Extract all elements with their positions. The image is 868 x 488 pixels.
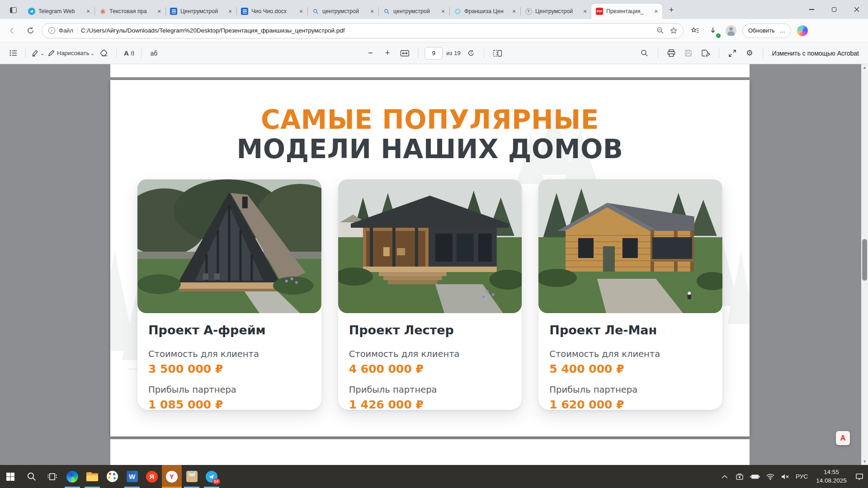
tab-close-icon[interactable]: ✕ — [652, 8, 660, 15]
print-button[interactable] — [665, 47, 678, 60]
settings-button[interactable]: ⚙ — [743, 47, 756, 60]
taskbar-edge[interactable] — [62, 465, 82, 488]
refresh-button[interactable] — [24, 24, 37, 38]
scrollbar-thumb[interactable] — [862, 239, 867, 281]
add-text-button[interactable]: аб — [147, 47, 160, 60]
scroll-up-arrow[interactable]: ▲ — [861, 64, 868, 71]
erase-button[interactable] — [97, 47, 111, 60]
fit-width-icon — [400, 50, 409, 57]
taskbar-telegram[interactable]: 64 — [202, 465, 222, 488]
read-aloud-button[interactable]: A — [122, 47, 136, 60]
language-indicator[interactable]: РУС — [794, 465, 809, 488]
tray-wifi-button[interactable] — [764, 465, 776, 488]
profile-button[interactable] — [724, 24, 738, 38]
tab-close-icon[interactable]: ✕ — [439, 8, 447, 15]
zoom-in-button[interactable]: + — [381, 47, 394, 60]
star-icon — [670, 27, 678, 35]
scroll-down-arrow[interactable]: ▼ — [861, 458, 868, 465]
tab-close-icon[interactable]: ✕ — [85, 8, 92, 15]
save-as-button[interactable] — [699, 47, 712, 60]
tab-close-icon[interactable]: ✕ — [581, 8, 589, 15]
back-button[interactable] — [5, 24, 19, 38]
tab-actions-button[interactable] — [6, 3, 20, 17]
tab-search-2[interactable]: центрумстрой ✕ — [378, 4, 449, 19]
table-of-contents-button[interactable] — [6, 47, 20, 60]
profit-value: 1 620 000 ₽ — [549, 398, 712, 411]
taskbar-explorer[interactable] — [82, 465, 102, 488]
tray-battery-button[interactable] — [749, 465, 761, 488]
action-center-button[interactable] — [854, 465, 865, 488]
clock[interactable]: 14:55 14.08.2025 — [812, 465, 850, 488]
search-favicon — [312, 8, 319, 15]
copilot-icon — [797, 25, 808, 36]
tab-text-edit[interactable]: Текстовая пра ✕ — [94, 4, 165, 19]
acrobat-floating-button[interactable]: A — [836, 431, 850, 445]
tab-centrumstroy-site[interactable]: T Центрумстрой ✕ — [520, 4, 591, 19]
start-button[interactable] — [0, 465, 21, 488]
update-label: Обновить — [748, 27, 775, 34]
new-tab-button[interactable]: + — [665, 4, 678, 16]
telegram-favicon — [28, 8, 35, 15]
pdf-page-10-top — [110, 439, 750, 465]
info-icon[interactable]: i — [48, 27, 55, 34]
more-menu-dots[interactable]: … — [779, 27, 785, 34]
update-browser-button[interactable]: Обновить … — [742, 23, 791, 38]
copilot-button[interactable] — [796, 24, 809, 38]
tab-close-icon[interactable]: ✕ — [297, 8, 305, 15]
maximize-icon — [832, 7, 836, 12]
taskbar-box-app[interactable] — [182, 465, 202, 488]
url-text[interactable]: C:/Users/Айгуль/Downloads/Telegram%20Des… — [81, 27, 651, 34]
zoom-page-button[interactable] — [655, 26, 665, 36]
tab-close-icon[interactable]: ✕ — [226, 8, 234, 15]
page-view-button[interactable] — [491, 47, 505, 60]
tray-camera-button[interactable] — [734, 465, 745, 488]
tab-close-icon[interactable]: ✕ — [368, 8, 376, 15]
card-body: Проект Ле-Ман Стоимость для клиента 5 40… — [538, 313, 722, 411]
close-button[interactable] — [845, 0, 868, 19]
zoom-out-button[interactable]: − — [363, 47, 377, 60]
rotate-button[interactable] — [464, 47, 478, 60]
download-complete-check-icon: ✓ — [716, 33, 721, 38]
address-field[interactable]: i Файл C:/Users/Айгуль/Downloads/Telegra… — [42, 23, 684, 38]
house-card-aframe: Проект А-фрейм Стоимость для клиента 3 5… — [137, 179, 321, 410]
tab-close-icon[interactable]: ✕ — [156, 8, 163, 15]
tab-search-1[interactable]: центрумстрой ✕ — [307, 4, 378, 19]
vertical-scrollbar[interactable]: ▲ ▼ — [861, 64, 868, 465]
tab-centrumstroy-doc[interactable]: Центрумстрой ✕ — [165, 4, 236, 19]
draw-button[interactable]: Нарисовать ⌄ — [47, 47, 94, 60]
fit-to-width-button[interactable] — [398, 47, 411, 60]
tray-expand-button[interactable] — [719, 465, 731, 488]
favorites-bar-button[interactable] — [688, 24, 702, 38]
wifi-icon — [766, 474, 774, 480]
expand-icon — [729, 50, 736, 57]
taskbar-yandex-start-active[interactable]: Y — [162, 465, 182, 488]
taskbar-paint[interactable] — [102, 465, 122, 488]
claude-favicon — [99, 8, 106, 15]
task-view-button[interactable] — [42, 465, 62, 488]
tray-date: 14.08.2025 — [816, 477, 847, 485]
search-document-button[interactable] — [638, 47, 651, 60]
tab-telegram-web[interactable]: Telegram Web ✕ — [24, 4, 94, 19]
highlight-button[interactable]: ⌄ — [31, 47, 45, 60]
tray-volume-muted-button[interactable] — [779, 465, 791, 488]
downloads-button[interactable]: ✓ — [706, 24, 720, 38]
tab-title: Презентация_ — [606, 8, 649, 14]
pdf-toolbar-right: ⚙ Изменить с помощью Acrobat — [638, 47, 862, 60]
taskbar-yandex-browser[interactable]: Я — [142, 465, 162, 488]
favorite-star-button[interactable] — [669, 26, 679, 36]
tab-chio-chio-docx[interactable]: Чио Чио.docx ✕ — [236, 4, 307, 19]
page-number-input[interactable]: 9 — [425, 47, 443, 60]
tab-close-icon[interactable]: ✕ — [510, 8, 518, 15]
tab-actions-icon — [10, 7, 17, 13]
eraser-icon — [100, 50, 108, 57]
fullscreen-button[interactable] — [726, 47, 739, 60]
telegram-icon-wrap: 64 — [206, 471, 217, 483]
save-button[interactable] — [682, 47, 695, 60]
minimize-button[interactable] — [800, 0, 823, 19]
taskbar-word[interactable]: W — [122, 465, 142, 488]
tab-franchise[interactable]: Франшиза Цен ✕ — [449, 4, 520, 19]
edit-with-acrobat-button[interactable]: Изменить с помощью Acrobat — [769, 50, 862, 57]
tab-presentation-pdf-active[interactable]: PDF Презентация_ ✕ — [591, 4, 662, 19]
taskbar-search-button[interactable] — [21, 465, 42, 488]
maximize-button[interactable] — [823, 0, 845, 19]
